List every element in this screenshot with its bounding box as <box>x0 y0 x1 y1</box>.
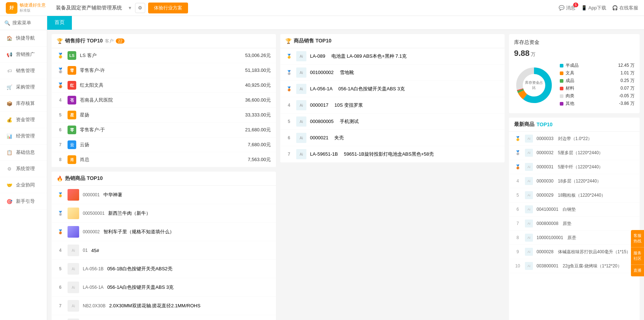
right-panel: 库存总资金 9.88 万 <box>509 34 640 320</box>
pr-img-6: Ai <box>296 133 306 143</box>
table-row: 4 苍 苍南县人民医院 36,600.00元 <box>52 93 276 108</box>
hot-product-name-1: 中华神薯 <box>103 192 122 198</box>
sidebar-item-operation[interactable]: 📊 经营管理 <box>0 128 47 144</box>
enterprise-icon: 🤝 <box>6 181 13 189</box>
sidebar-item-label: 新手引导 <box>16 198 35 205</box>
rank-1-amount: 53,006.26元 <box>245 52 271 59</box>
table-row: 5 Ai 000800005 手机测试 <box>280 114 505 130</box>
float-service-hotline[interactable]: 客服热线 <box>631 230 644 247</box>
rank-4-name: 苍南县人民医院 <box>80 97 241 103</box>
sidebar-item-guide[interactable]: 🎯 新手引导 <box>0 193 47 210</box>
inventory-icon: 📦 <box>6 100 13 107</box>
list-item: 4 Ai 0000030 18多层（1220*2440） <box>509 174 640 188</box>
sidebar-item-purchase[interactable]: 🛒 采购管理 <box>0 79 47 95</box>
search-menu-button[interactable]: 🔍 搜索菜单 <box>0 16 47 30</box>
rank-7-num: 7 <box>57 142 64 147</box>
content-area: 🏆 销售排行 TOP10 客户 22 🥇 LS LS 客户 53,006.26元… <box>47 30 644 320</box>
customer-ranking-card: 🏆 销售排行 TOP10 客户 22 🥇 LS LS 客户 53,006.26元… <box>52 34 276 167</box>
np-img-10: Ai <box>525 262 533 270</box>
list-item: 6 Ai LA-056-1A 056-1A白色按键开关盖ABS 3克 <box>52 278 276 297</box>
app-download-button[interactable]: 📱 App下载 <box>581 5 606 11</box>
new-products-card: 最新商品 TOP10 🥇 Ai 0000033 封边带（1.0*22） 🥈 Ai… <box>509 118 640 320</box>
pr-rank-1: 🥇 <box>285 54 293 59</box>
rank-4-avatar: 苍 <box>68 96 76 104</box>
donut-center-label: 库存资金占比 <box>524 80 544 90</box>
list-item: 4 Ai 01 45# <box>52 241 276 260</box>
np-img-9: Ai <box>525 248 533 256</box>
tab-home[interactable]: 首页 <box>47 16 72 30</box>
np-rank-7: 7 <box>514 221 521 226</box>
online-service-button[interactable]: 🎧 在线客服 <box>612 5 638 11</box>
float-service-community[interactable]: 服务社区 <box>631 247 644 265</box>
np-rank-8: 8 <box>514 235 521 240</box>
legend-dot-6 <box>560 102 563 106</box>
topbar-right-actions: 💬 消息 6 📱 App下载 🎧 在线客服 <box>559 5 638 11</box>
phone-icon: 📱 <box>581 5 587 11</box>
pr-info-7: LA-59651-1B 59651-1B旋转投影灯电池盒ABS黑色+58壳 <box>310 151 500 157</box>
np-rank-10: 10 <box>514 263 521 268</box>
list-item: 10 Ai 003800001 22g鱼豆腐-烧烤味（1*12*20） <box>509 259 640 273</box>
list-item: 8 Ai 10000100001 原垄 <box>509 231 640 245</box>
rank-1-avatar: LS <box>68 51 76 60</box>
settings-button[interactable]: ⚙ <box>135 3 145 13</box>
list-item: 5 Ai LA-056-1B 056-1B白色按键开关壳ABS2壳 <box>52 260 276 278</box>
np-rank-5: 5 <box>514 193 521 198</box>
rank-7-amount: 7,680.00元 <box>248 141 271 148</box>
list-item: 5 Ai 0000029 18颗粒板（1220*2440） <box>509 188 640 202</box>
new-products-header: 最新商品 TOP10 <box>509 118 640 132</box>
legend-value-2: 1.01 万 <box>620 70 635 76</box>
np-info-2: 0000032 5厘多层（1220*2440） <box>537 150 635 156</box>
trophy-icon-2: 🏆 <box>285 38 292 44</box>
legend-item-2: 文具 1.01 万 <box>560 70 635 76</box>
list-item: 7 Ai 000800008 原垫 <box>509 217 640 231</box>
np-img-1: Ai <box>525 135 533 143</box>
np-rank-4: 4 <box>514 179 521 184</box>
legend-value-1: 12.45 万 <box>618 62 635 69</box>
product-ranking-list: 🥇 Ai LA-089 电池盖 LA-089 ABS本色+黑种 7.1克 🥈 A… <box>280 48 505 163</box>
np-rank-1: 🥇 <box>514 136 521 141</box>
hot-rank-7: 7 <box>57 303 64 308</box>
search-menu-label: 搜索菜单 <box>12 20 31 26</box>
sidebar-item-label: 采购管理 <box>16 84 35 90</box>
hot-product-name-4: 45# <box>91 248 99 253</box>
chevron-down-icon[interactable]: ▼ <box>128 5 132 11</box>
hot-product-name-2: 新西兰牛肉（新牛） <box>108 210 151 217</box>
trophy-icon: 🏆 <box>57 38 63 44</box>
hot-product-img-2 <box>68 208 79 219</box>
legend-name-4: 材料 <box>566 85 618 91</box>
rank-8-num: 8 <box>57 157 64 162</box>
sidebar-item-system[interactable]: ⚙ 系统管理 <box>0 161 47 177</box>
product-ranking-header: 🏆 商品销售 TOP10 <box>280 34 505 48</box>
pr-name-5: 手机测试 <box>340 119 359 124</box>
sidebar-item-label: 系统管理 <box>16 165 35 172</box>
hot-product-code-6: LA-056-1A <box>83 285 103 290</box>
sidebar-item-basic[interactable]: 📋 基础信息 <box>0 144 47 161</box>
new-products-list: 🥇 Ai 0000033 封边带（1.0*22） 🥈 Ai 0000032 5厘… <box>509 132 640 273</box>
legend-dot-3 <box>560 79 563 83</box>
rank-3-avatar: 红 <box>68 81 76 90</box>
table-row: 🥉 红 红太阳文具 40,925.00元 <box>52 78 276 93</box>
sidebar-item-home[interactable]: 🏠 快捷导航 <box>0 30 47 46</box>
legend-value-4: 0.07 万 <box>620 85 635 91</box>
sidebar-item-marketing[interactable]: 📢 营销推广 <box>0 46 47 63</box>
pr-info-3: LA-056-1A 056-1A白色按键开关盖ABS 3克 <box>310 86 500 92</box>
rank-2-medal: 🥈 <box>57 67 64 73</box>
legend-value-5: -0.05 万 <box>619 93 635 99</box>
sidebar-item-inventory[interactable]: 📦 库存核算 <box>0 95 47 112</box>
pr-info-2: 001000002 雪地靴 <box>310 69 500 76</box>
inventory-title: 库存总资金 <box>514 39 635 46</box>
sidebar-item-label: 资金管理 <box>16 116 35 123</box>
sidebar-item-finance[interactable]: 💰 资金管理 <box>0 112 47 128</box>
system-selector[interactable]: 装备及固定资产辅助管理系统 ▼ ⚙ 体验行业方案 <box>53 3 559 13</box>
sidebar-item-sales[interactable]: 🏷 销售管理 <box>0 63 47 79</box>
trial-button[interactable]: 体验行业方案 <box>148 3 188 13</box>
np-info-5: 0000029 18颗粒板（1220*2440） <box>537 192 635 198</box>
customer-ranking-list: 🥇 LS LS 客户 53,006.26元 🥈 零 零售客户-许 51,183.… <box>52 48 276 167</box>
float-service-live[interactable]: 直播 <box>631 265 644 276</box>
sidebar-item-enterprise[interactable]: 🤝 企业协同 <box>0 177 47 193</box>
message-button[interactable]: 💬 消息 6 <box>559 5 575 11</box>
hot-product-code-4: 01 <box>83 248 87 253</box>
pr-img-1: Ai <box>296 51 306 61</box>
pr-info-4: 0000017 10S 变扭罗浆 <box>310 102 500 108</box>
np-img-3: Ai <box>525 163 533 171</box>
